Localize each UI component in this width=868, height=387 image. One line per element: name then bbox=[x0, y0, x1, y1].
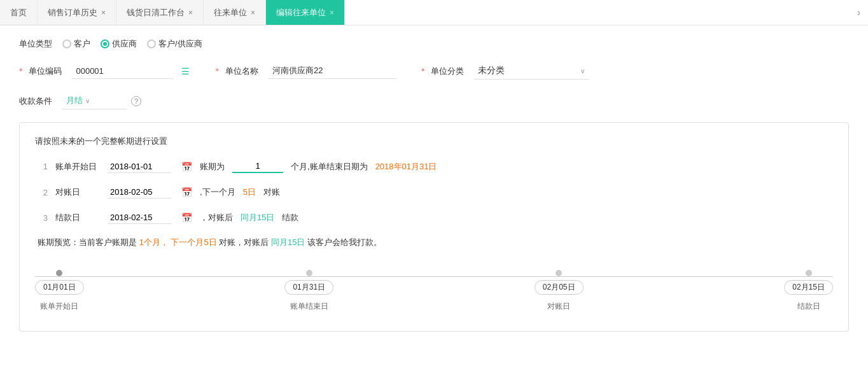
tab-edit-partner-label: 编辑往来单位 bbox=[276, 7, 326, 18]
unit-type-row: 单位类型 客户 供应商 客户/供应商 bbox=[19, 38, 849, 50]
timeline-node-4: 02月15日 结款日 bbox=[784, 270, 833, 312]
section-title: 请按照未来的一个完整帐期进行设置 bbox=[35, 136, 833, 147]
radio-both-circle bbox=[147, 39, 156, 48]
unit-name-group: * 单位名称 bbox=[215, 64, 395, 79]
period-label-2: 对账日 bbox=[55, 186, 100, 198]
period-num-3: 3 bbox=[35, 213, 48, 223]
payment-chevron: ∨ bbox=[85, 97, 90, 104]
period-suffix-after-2: 对账 bbox=[263, 186, 280, 198]
unit-class-star: * bbox=[421, 66, 424, 76]
unit-class-group: * 单位分类 未分类 ∨ bbox=[421, 62, 589, 80]
period-cal-3[interactable]: 📅 bbox=[181, 213, 192, 223]
period-cal-2[interactable]: 📅 bbox=[181, 187, 192, 197]
period-num-2: 2 bbox=[35, 188, 48, 197]
timeline-label-2: 账单结束日 bbox=[290, 301, 328, 312]
period-suffix-after-1: 个月,账单结束日期为 bbox=[291, 161, 368, 172]
timeline-date-3: 02月05日 bbox=[535, 280, 584, 295]
payment-help-icon[interactable]: ? bbox=[131, 96, 141, 106]
timeline-date-4: 02月15日 bbox=[784, 280, 833, 295]
radio-supplier-circle bbox=[101, 39, 109, 48]
radio-customer[interactable]: 客户 bbox=[62, 38, 90, 50]
period-row-1: 1 账单开始日 📅 账期为 个月,账单结束日期为 2018年01月31日 bbox=[35, 160, 833, 173]
tab-partner-unit[interactable]: 往来单位 × bbox=[204, 0, 266, 25]
period-row-2: 2 对账日 📅 ,下一个月 5日 对账 bbox=[35, 186, 833, 199]
unit-code-label: 单位编码 bbox=[29, 66, 62, 77]
tab-partner-unit-close[interactable]: × bbox=[251, 8, 255, 17]
period-months-input[interactable] bbox=[232, 160, 283, 173]
timeline: 01月01日 账单开始日 01月31日 账单结束日 02月05日 对账日 bbox=[35, 264, 833, 318]
unit-type-radio-group: 客户 供应商 客户/供应商 bbox=[62, 38, 202, 50]
period-date-3[interactable] bbox=[108, 211, 171, 224]
tab-home[interactable]: 首页 bbox=[0, 0, 38, 25]
tab-sales-history[interactable]: 销售订单历史 × bbox=[38, 0, 116, 25]
tab-expand-button[interactable]: › bbox=[850, 0, 868, 25]
unit-class-chevron: ∨ bbox=[580, 67, 585, 74]
period-suffix-before-1: 账期为 bbox=[200, 161, 225, 172]
period-date-1[interactable] bbox=[108, 160, 171, 173]
timeline-nodes: 01月01日 账单开始日 01月31日 账单结束日 02月05日 对账日 bbox=[35, 270, 833, 312]
period-cal-1[interactable]: 📅 bbox=[181, 162, 192, 172]
tab-edit-partner-close[interactable]: × bbox=[330, 8, 334, 17]
timeline-label-3: 对账日 bbox=[547, 301, 570, 312]
period-row-3: 3 结款日 📅 ，对账后 同月15日 结款 bbox=[35, 211, 833, 224]
unit-class-label: 单位分类 bbox=[431, 66, 464, 77]
timeline-dot-2 bbox=[306, 270, 312, 276]
tab-cash-work-label: 钱货日清工作台 bbox=[127, 7, 185, 18]
tab-partner-unit-label: 往来单位 bbox=[214, 7, 247, 18]
timeline-label-1: 账单开始日 bbox=[40, 301, 78, 312]
tab-home-label: 首页 bbox=[10, 7, 27, 18]
period-highlight-3: 同月15日 bbox=[241, 212, 274, 223]
period-suffix-before-2: ,下一个月 bbox=[200, 186, 235, 198]
preview-tail: 该客户会给我打款。 bbox=[307, 237, 382, 247]
unit-code-group: * 单位编码 ☰ bbox=[19, 64, 190, 79]
period-label-3: 结款日 bbox=[55, 212, 100, 223]
period-suffix-before-3: ，对账后 bbox=[200, 212, 233, 223]
unit-class-value: 未分类 bbox=[478, 65, 505, 76]
period-end-date-1: 2018年01月31日 bbox=[375, 161, 437, 172]
radio-supplier[interactable]: 供应商 bbox=[101, 38, 137, 50]
tab-sales-history-close[interactable]: × bbox=[101, 8, 106, 17]
timeline-node-1: 01月01日 账单开始日 bbox=[35, 270, 84, 312]
period-section: 请按照未来的一个完整帐期进行设置 1 账单开始日 📅 账期为 个月,账单结束日期… bbox=[19, 122, 849, 332]
tab-bar: 首页 销售订单历史 × 钱货日清工作台 × 往来单位 × 编辑往来单位 × › bbox=[0, 0, 868, 25]
unit-code-copy-icon[interactable]: ☰ bbox=[181, 66, 190, 76]
timeline-dot-1 bbox=[56, 270, 62, 276]
unit-name-input[interactable] bbox=[269, 64, 396, 79]
tab-cash-work-close[interactable]: × bbox=[188, 8, 193, 17]
unit-name-star: * bbox=[215, 66, 218, 76]
period-date-2[interactable] bbox=[108, 186, 171, 199]
preview-text: 账期预览：当前客户账期是 1个月， 下一个月5日 对账，对账后 同月15日 该客… bbox=[35, 237, 833, 248]
period-num-1: 1 bbox=[35, 162, 48, 171]
preview-label: 账期预览：当前客户账期是 bbox=[38, 237, 137, 247]
unit-code-star: * bbox=[19, 66, 22, 76]
tab-sales-history-label: 销售订单历史 bbox=[48, 7, 97, 18]
radio-both-label: 客户/供应商 bbox=[158, 38, 202, 50]
radio-customer-label: 客户 bbox=[74, 38, 90, 50]
period-label-1: 账单开始日 bbox=[55, 161, 100, 172]
timeline-label-4: 结款日 bbox=[797, 301, 820, 312]
payment-value: 月结 bbox=[66, 95, 83, 106]
tab-edit-partner[interactable]: 编辑往来单位 × bbox=[266, 0, 345, 25]
preview-mid: 下一个月5日 bbox=[171, 237, 216, 247]
unit-name-label: 单位名称 bbox=[225, 66, 258, 77]
tab-cash-work[interactable]: 钱货日清工作台 × bbox=[116, 0, 204, 25]
preview-end: 同月15日 bbox=[271, 237, 305, 247]
timeline-node-2: 01月31日 账单结束日 bbox=[284, 270, 333, 312]
period-highlight-2: 5日 bbox=[243, 186, 256, 198]
period-suffix-after-3: 结款 bbox=[282, 212, 298, 223]
unit-code-input[interactable] bbox=[72, 64, 174, 79]
unit-info-row: * 单位编码 ☰ * 单位名称 * 单位分类 未分类 ∨ bbox=[19, 62, 849, 80]
timeline-dot-3 bbox=[556, 270, 562, 276]
payment-dropdown[interactable]: 月结 ∨ bbox=[62, 92, 126, 109]
main-content: 单位类型 客户 供应商 客户/供应商 * 单位编码 ☰ * 单位名称 bbox=[0, 25, 868, 387]
radio-both[interactable]: 客户/供应商 bbox=[147, 38, 202, 50]
preview-mid2: 对账，对账后 bbox=[219, 237, 269, 247]
unit-class-dropdown[interactable]: 未分类 ∨ bbox=[474, 62, 589, 80]
unit-type-label: 单位类型 bbox=[19, 38, 52, 50]
payment-label: 收款条件 bbox=[19, 95, 52, 107]
preview-period: 1个月， bbox=[139, 237, 169, 247]
radio-supplier-label: 供应商 bbox=[112, 38, 137, 50]
timeline-date-2: 01月31日 bbox=[284, 280, 333, 295]
timeline-node-3: 02月05日 对账日 bbox=[535, 270, 584, 312]
timeline-dot-4 bbox=[806, 270, 812, 276]
